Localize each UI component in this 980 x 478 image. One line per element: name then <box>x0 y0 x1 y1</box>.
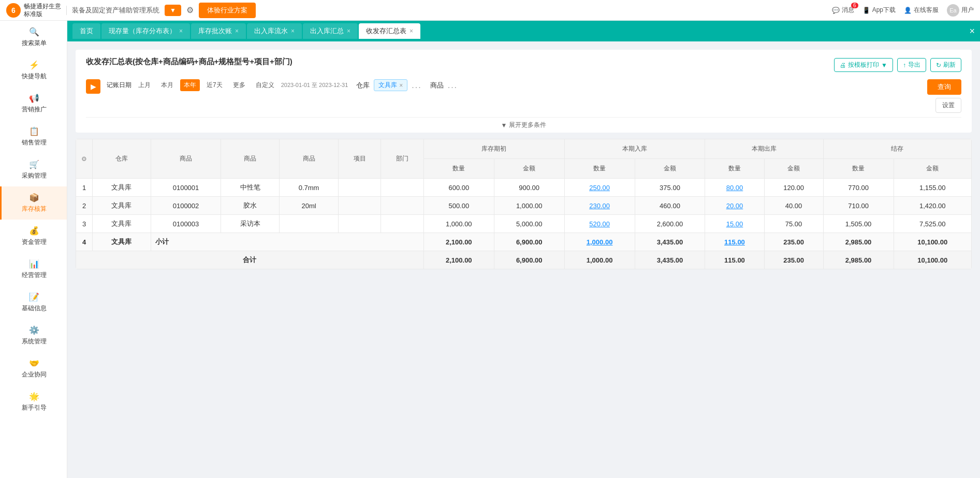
try-industry-button[interactable]: 体验行业方案 <box>199 3 256 18</box>
th-goods-name: 商品 <box>221 139 280 179</box>
row-balance-amt: 1,155.00 <box>894 179 972 197</box>
total-balance-amt: 10,100.00 <box>894 251 972 269</box>
logo-area: 6 畅捷通好生意 标准版 <box>6 3 61 18</box>
online-service-label: 在线客服 <box>914 6 939 15</box>
warehouse-more-dots[interactable]: ... <box>412 81 421 90</box>
column-settings-button[interactable]: 设置 <box>935 98 961 113</box>
tab-batch-ledger-close[interactable]: × <box>235 27 239 35</box>
tab-inventory-dist[interactable]: 现存量（库存分布表） × <box>101 23 190 39</box>
sidebar-label-quick-nav: 快捷导航 <box>22 72 47 81</box>
row-department <box>381 215 423 233</box>
row-out-qty[interactable]: 15.00 <box>705 215 764 233</box>
row-seq: 2 <box>76 197 93 215</box>
tab-in-out-flow-close[interactable]: × <box>291 27 295 35</box>
tab-batch-ledger-label: 库存批次账 <box>198 26 232 36</box>
warehouse-tag[interactable]: 文具库 × <box>374 79 407 91</box>
subtotal-in-qty[interactable]: 1,000.00 <box>564 233 635 251</box>
row-out-amt: 75.00 <box>764 215 823 233</box>
filter-expand-arrow[interactable]: ▶ <box>86 79 100 94</box>
date-label: 记账日期 <box>107 81 131 90</box>
sales-icon: 📋 <box>29 126 39 136</box>
logo-icon: 6 <box>6 3 21 18</box>
total-balance-qty: 2,985.00 <box>823 251 894 269</box>
sidebar-item-basic-info[interactable]: 📝 基础信息 <box>0 286 67 319</box>
quick-nav-icon: ⚡ <box>29 60 39 70</box>
sidebar-item-finance[interactable]: 💰 资金管理 <box>0 220 67 253</box>
app-download-area[interactable]: 📱 App下载 <box>862 6 896 15</box>
tab-batch-ledger[interactable]: 库存批次账 × <box>191 23 246 39</box>
subtotal-opening-qty: 2,100.00 <box>423 233 494 251</box>
sidebar-item-quick-nav[interactable]: ⚡ 快捷导航 <box>0 54 67 87</box>
row-in-qty[interactable]: 520.00 <box>564 215 635 233</box>
tab-bar: 首页 现存量（库存分布表） × 库存批次账 × 出入库流水 × 出入库汇总 × <box>67 21 980 41</box>
date-btn-last-month[interactable]: 上月 <box>135 79 154 91</box>
sidebar-item-search[interactable]: 🔍 搜索菜单 <box>0 21 67 54</box>
message-icon-area[interactable]: 💬 6 消息 <box>832 6 854 15</box>
tab-recv-send-summary[interactable]: 收发存汇总表 × <box>359 23 420 39</box>
export-icon: ↑ <box>903 62 906 69</box>
close-all-tabs-button[interactable]: × <box>969 26 975 37</box>
date-btn-custom[interactable]: 自定义 <box>252 79 278 91</box>
th-out-amt: 金额 <box>764 159 823 179</box>
goods-more-dots[interactable]: ... <box>448 81 458 90</box>
logo-text: 畅捷通好生意 标准版 <box>24 3 61 18</box>
col-settings-header[interactable]: ⚙ <box>76 139 93 179</box>
sidebar-label-finance: 资金管理 <box>22 238 47 247</box>
sidebar-label-operations: 经营管理 <box>22 271 47 280</box>
tab-inventory-dist-close[interactable]: × <box>179 27 183 35</box>
sidebar-item-inventory[interactable]: 📦 库存核算 <box>0 186 67 220</box>
row-balance-amt: 7,525.00 <box>894 215 972 233</box>
enterprise-icon: 🤝 <box>29 358 39 368</box>
row-goods-name: 中性笔 <box>221 179 280 197</box>
sidebar-item-purchase[interactable]: 🛒 采购管理 <box>0 153 67 186</box>
date-btn-7days[interactable]: 近7天 <box>203 79 226 91</box>
th-out-period: 本期出库 <box>705 139 823 159</box>
service-icon: 👤 <box>904 7 912 14</box>
tab-recv-send-summary-close[interactable]: × <box>409 27 413 35</box>
online-service-area[interactable]: 👤 在线客服 <box>904 6 939 15</box>
user-area[interactable]: Ea 用户 <box>947 4 974 17</box>
app-download-label: App下载 <box>872 6 896 15</box>
th-goods-code: 商品 <box>151 139 221 179</box>
tab-in-out-summary-close[interactable]: × <box>347 27 350 35</box>
data-table: ⚙ 仓库 商品 商品 商品 项目 部门 库存期初 本期入库 本期出库 <box>76 139 972 269</box>
date-btn-more[interactable]: 更多 <box>229 79 249 91</box>
tab-in-out-summary[interactable]: 出入库汇总 × <box>303 23 358 39</box>
warehouse-tag-remove[interactable]: × <box>399 82 403 89</box>
refresh-icon: ↻ <box>936 62 941 69</box>
refresh-button[interactable]: ↻ 刷新 <box>930 58 961 72</box>
sidebar-label-search: 搜索菜单 <box>22 39 47 48</box>
query-button[interactable]: 查询 <box>927 79 961 95</box>
th-balance-amt: 金额 <box>894 159 972 179</box>
row-opening-qty: 1,000.00 <box>423 215 494 233</box>
row-in-qty[interactable]: 230.00 <box>564 197 635 215</box>
row-project <box>339 197 381 215</box>
expand-more-conditions[interactable]: ▼ 展开更多条件 <box>86 117 961 133</box>
sidebar-item-sales[interactable]: 📋 销售管理 <box>0 120 67 153</box>
tab-in-out-flow[interactable]: 出入库流水 × <box>247 23 302 39</box>
sidebar-item-enterprise[interactable]: 🤝 企业协同 <box>0 352 67 385</box>
avatar: Ea <box>947 4 959 17</box>
tab-home-label: 首页 <box>80 26 93 36</box>
export-button[interactable]: ↑ 导出 <box>897 58 926 72</box>
refresh-label: 刷新 <box>943 61 956 69</box>
row-project <box>339 215 381 233</box>
date-btn-this-month[interactable]: 本月 <box>157 79 177 91</box>
th-project: 项目 <box>339 139 381 179</box>
print-button[interactable]: 🖨 按模板打印 ▼ <box>834 58 893 72</box>
sidebar-item-system[interactable]: ⚙️ 系统管理 <box>0 319 67 352</box>
tab-inventory-dist-label: 现存量（库存分布表） <box>109 26 176 36</box>
tab-home[interactable]: 首页 <box>72 23 100 39</box>
row-out-qty[interactable]: 20.00 <box>705 197 764 215</box>
row-in-qty[interactable]: 250.00 <box>564 179 635 197</box>
sidebar-item-guide[interactable]: 🌟 新手引导 <box>0 385 67 418</box>
system-dropdown-button[interactable]: ▼ <box>165 5 181 16</box>
subtotal-out-qty[interactable]: 115.00 <box>705 233 764 251</box>
sidebar-item-operations[interactable]: 📊 经营管理 <box>0 253 67 286</box>
settings-icon[interactable]: ⚙ <box>186 5 194 15</box>
subtotal-in-amt: 3,435.00 <box>635 233 705 251</box>
row-out-qty[interactable]: 80.00 <box>705 179 764 197</box>
sidebar-item-marketing[interactable]: 📢 营销推广 <box>0 87 67 120</box>
page-title: 收发存汇总表(按仓库+商品编码+商品+规格型号+项目+部门) <box>86 57 292 67</box>
date-btn-this-year[interactable]: 本年 <box>180 79 200 91</box>
